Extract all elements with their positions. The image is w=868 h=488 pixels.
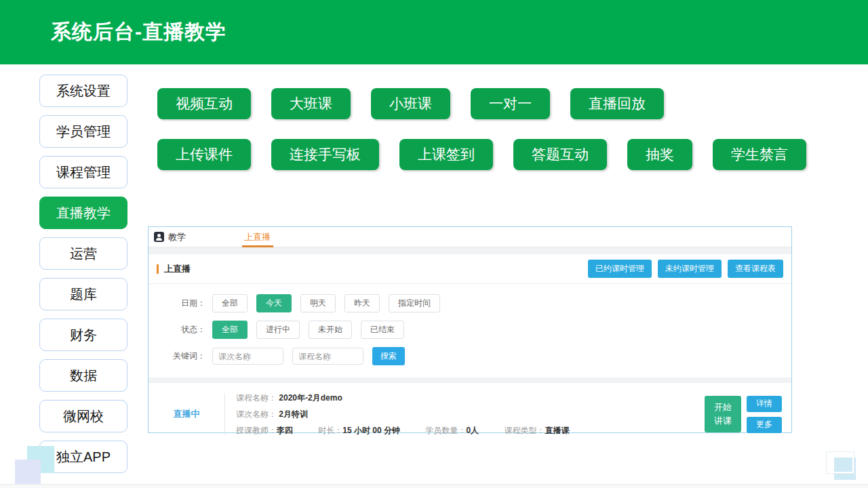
sidebar-item-data[interactable]: 数据: [39, 359, 127, 392]
feature-live-replay-button[interactable]: 直播回放: [570, 88, 664, 119]
date-chip-today[interactable]: 今天: [256, 294, 292, 312]
course-name-label: 课程名称：: [236, 393, 277, 403]
filter-area: 日期： 全部 今天 明天 昨天 指定时间 状态： 全部 进行中 未开始 已结束 …: [149, 284, 791, 378]
sidebar-item-system-settings[interactable]: 系统设置: [39, 75, 127, 107]
feature-row-2: 上传课件 连接手写板 上课签到 答题互动 抽奖 学生禁言: [157, 139, 806, 170]
course-actions: 开始 讲课 详情 更多: [705, 396, 782, 433]
sidebar-item-course-management[interactable]: 课程管理: [39, 156, 127, 188]
date-filter-label: 日期：: [166, 298, 205, 309]
feature-one-on-one-button[interactable]: 一对一: [471, 88, 550, 119]
date-chip-yesterday[interactable]: 昨天: [344, 294, 380, 312]
sidebar-item-question-bank[interactable]: 题库: [39, 278, 127, 310]
course-status-badge: 直播中: [149, 408, 224, 420]
session-name-value: 2月特训: [279, 409, 308, 419]
start-teaching-line1: 开始: [714, 401, 732, 414]
status-filter-label: 状态：: [166, 324, 205, 336]
page-header: 系统后台-直播教学: [0, 0, 868, 64]
sidebar-item-student-management[interactable]: 学员管理: [39, 115, 127, 148]
view-timetable-button[interactable]: 查看课程表: [728, 260, 783, 278]
course-name-input[interactable]: [292, 348, 363, 365]
date-chip-tomorrow[interactable]: 明天: [300, 294, 336, 312]
course-name-value: 2020年-2月demo: [279, 393, 342, 403]
feature-row-1: 视频互动 大班课 小班课 一对一 直播回放: [157, 88, 806, 119]
feature-video-interaction-button[interactable]: 视频互动: [157, 88, 251, 119]
sidebar-item-live-teaching[interactable]: 直播教学: [39, 197, 127, 229]
status-chip-not-started[interactable]: 未开始: [309, 321, 352, 339]
session-name-line: 课次名称： 2月特训: [236, 409, 705, 420]
section-title: 上直播: [157, 264, 191, 274]
feature-lottery-button[interactable]: 抽奖: [627, 139, 692, 170]
section-header-row: 上直播 已约课时管理 未约课时管理 查看课程表: [149, 254, 791, 284]
feature-buttons: 视频互动 大班课 小班课 一对一 直播回放 上传课件 连接手写板 上课签到 答题…: [157, 88, 806, 190]
start-teaching-line2: 讲课: [714, 414, 732, 428]
date-chip-custom[interactable]: 指定时间: [389, 294, 440, 312]
status-chip-ended[interactable]: 已结束: [361, 321, 404, 339]
page-title: 系统后台-直播教学: [0, 18, 226, 46]
course-info: 课程名称： 2020年-2月demo 课次名称： 2月特训 授课教师：李四 时长…: [236, 388, 705, 441]
keyword-filter-label: 关键词：: [166, 350, 205, 362]
booked-lessons-button[interactable]: 已约课时管理: [588, 260, 652, 278]
duration-label: 时长：: [318, 426, 342, 435]
detail-button[interactable]: 详情: [747, 396, 782, 412]
status-chip-in-progress[interactable]: 进行中: [256, 321, 300, 339]
section-actions: 已约课时管理 未约课时管理 查看课程表: [588, 260, 783, 278]
panel-divider-strip-2: [149, 378, 791, 383]
sidebar-item-operations[interactable]: 运营: [39, 237, 127, 270]
feature-quiz-interaction-button[interactable]: 答题互动: [513, 139, 607, 170]
panel-app-title: 教学: [168, 231, 186, 243]
students-label: 学员数量：: [425, 426, 466, 435]
course-meta-line: 授课教师：李四 时长：15 小时 00 分钟 学员数量：0人 课程类型：直播课: [236, 425, 705, 436]
unbooked-lessons-button[interactable]: 未约课时管理: [658, 260, 722, 278]
mini-button-column: 详情 更多: [747, 396, 782, 433]
feature-connect-tablet-button[interactable]: 连接手写板: [271, 139, 379, 170]
course-type-label: 课程类型：: [504, 426, 545, 435]
decoration-square-lavender: [15, 460, 41, 485]
students-value: 0人: [466, 426, 479, 435]
session-name-input[interactable]: [212, 348, 283, 365]
tab-live-broadcast[interactable]: 上直播: [244, 227, 271, 247]
course-row: 直播中 课程名称： 2020年-2月demo 课次名称： 2月特训 授课教师：李…: [149, 383, 791, 445]
date-chip-all[interactable]: 全部: [212, 294, 248, 312]
date-filter-row: 日期： 全部 今天 明天 昨天 指定时间: [166, 294, 791, 312]
teaching-app-icon: [154, 232, 164, 242]
status-filter-row: 状态： 全部 进行中 未开始 已结束: [166, 321, 791, 339]
panel-divider-strip: [149, 247, 791, 254]
feature-small-class-button[interactable]: 小班课: [371, 88, 450, 119]
course-type-value: 直播课: [545, 426, 569, 435]
feature-class-signin-button[interactable]: 上课签到: [399, 139, 493, 170]
course-name-line: 课程名称： 2020年-2月demo: [236, 392, 705, 404]
feature-upload-courseware-button[interactable]: 上传课件: [157, 139, 251, 170]
teacher-label: 授课教师：: [236, 426, 277, 435]
sidebar-item-finance[interactable]: 财务: [39, 319, 127, 351]
keyword-filter-row: 关键词： 搜索: [166, 347, 791, 365]
start-teaching-button[interactable]: 开始 讲课: [705, 396, 741, 432]
feature-mute-student-button[interactable]: 学生禁言: [713, 139, 806, 170]
bottom-edge-strip: [0, 484, 868, 488]
more-button[interactable]: 更多: [747, 417, 782, 433]
sidebar: 系统设置 学员管理 课程管理 直播教学 运营 题库 财务 数据 微网校 独立AP…: [39, 75, 127, 473]
panel-tab-bar: 教学 上直播: [149, 227, 791, 247]
session-name-label: 课次名称：: [236, 409, 277, 419]
decoration-square-outline: [827, 452, 854, 473]
search-button[interactable]: 搜索: [372, 347, 405, 365]
teacher-value: 李四: [277, 426, 293, 435]
sidebar-item-micro-school[interactable]: 微网校: [39, 400, 127, 432]
duration-value: 15 小时 00 分钟: [342, 426, 400, 435]
vertical-divider: [224, 393, 225, 435]
status-chip-all[interactable]: 全部: [212, 321, 248, 339]
feature-large-class-button[interactable]: 大班课: [271, 88, 351, 119]
admin-panel: 教学 上直播 上直播 已约课时管理 未约课时管理 查看课程表 日期： 全部 今天…: [148, 226, 792, 433]
